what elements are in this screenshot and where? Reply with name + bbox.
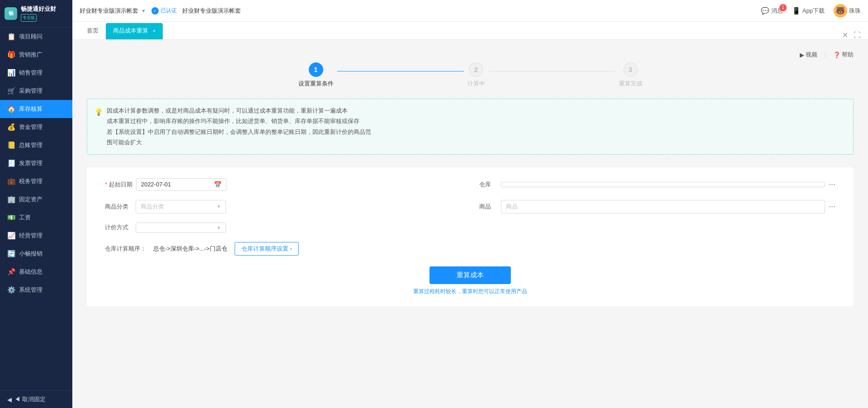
sidebar-item-purchase[interactable]: 🛒 采购管理 xyxy=(0,82,72,100)
stepper: 1 设置重算条件 2 计算中 3 重算完成 xyxy=(87,62,854,88)
pricing-label: 计价方式 xyxy=(105,223,132,232)
sidebar-item-label: 税务管理 xyxy=(19,177,42,185)
start-date-value: 2022-07-01 xyxy=(141,181,171,188)
start-date-input[interactable]: 2022-07-01 📅 xyxy=(136,178,226,191)
category-placeholder: 商品分类 xyxy=(141,203,164,211)
sidebar: 畅 畅捷通好业财 专业版 📋 项目顾问 🎁 营销推广 📊 销售管理 🛒 采购管理… xyxy=(0,0,72,408)
finance-icon: 💰 xyxy=(7,123,15,131)
sidebar-item-label: 基础信息 xyxy=(19,268,42,276)
sidebar-item-accounting[interactable]: 📒 总账管理 xyxy=(0,136,72,154)
product-field: 商品 商品 ··· xyxy=(479,200,835,213)
step-3-circle: 3 xyxy=(623,62,638,77)
help-links: ▶ 视频 | ❓ 帮助 xyxy=(87,51,854,59)
notice-box: 💡 因成本计算参数调整，或是对商品成本有疑问时，可以通过成本重算功能，重新计算一… xyxy=(87,99,854,155)
step-line-1-2 xyxy=(337,71,464,71)
category-select[interactable]: 商品分类 ▼ xyxy=(136,200,226,213)
tab-cost-recalc[interactable]: 商品成本重算 × xyxy=(106,23,163,39)
step-3-label: 重算完成 xyxy=(619,80,642,88)
accounting-icon: 📒 xyxy=(7,141,15,149)
warehouse-input[interactable] xyxy=(501,182,825,187)
sidebar-item-label: 工资 xyxy=(19,213,31,222)
sidebar-item-assets[interactable]: 🏢 固定资产 xyxy=(0,190,72,209)
warehouse-order-settings-btn[interactable]: 仓库计算顺序设置 › xyxy=(235,242,299,256)
sidebar-pin-toggle[interactable]: ◀ ◀ 取消固定 xyxy=(0,390,72,408)
warehouse-field: 仓库 ··· xyxy=(479,180,835,189)
sidebar-title: 畅捷通好业财 xyxy=(21,5,56,13)
help-link[interactable]: ❓ 帮助 xyxy=(833,51,854,59)
sidebar-item-label: 总账管理 xyxy=(19,141,42,149)
notice-icon: 💡 xyxy=(94,106,103,148)
sidebar-item-operation[interactable]: 📈 经营管理 xyxy=(0,227,72,245)
inventory-icon: 🏠 xyxy=(7,105,15,113)
tab-home-label: 首页 xyxy=(87,27,99,34)
sidebar-item-system[interactable]: ⚙️ 系统管理 xyxy=(0,281,72,299)
sidebar-nav: 📋 项目顾问 🎁 营销推广 📊 销售管理 🛒 采购管理 🏠 库存核算 💰 资金管… xyxy=(0,28,72,390)
sidebar-item-finance[interactable]: 💰 资金管理 xyxy=(0,118,72,136)
content-wrapper: ▶ 视频 | ❓ 帮助 1 设置重算条件 xyxy=(87,51,854,306)
sidebar-item-invoice[interactable]: 🧾 发票管理 xyxy=(0,154,72,172)
product-label: 商品 xyxy=(479,203,497,211)
pin-label: ◀ 取消固定 xyxy=(14,395,46,403)
sidebar-item-basic[interactable]: 📌 基础信息 xyxy=(0,263,72,281)
pricing-select[interactable]: ▼ xyxy=(136,223,226,233)
sidebar-item-salary[interactable]: 💵 工资 xyxy=(0,209,72,227)
required-star: * xyxy=(105,181,109,188)
expand-window-icon[interactable]: ⛶ xyxy=(854,31,861,39)
account-selector[interactable]: 好业财专业版演示帐套 ▼ xyxy=(80,7,146,15)
sidebar-item-label: 小畅报销 xyxy=(19,250,42,258)
step-2-label: 计算中 xyxy=(467,80,485,88)
sidebar-logo: 畅 xyxy=(5,7,17,20)
sidebar-brand: 畅捷通好业财 专业版 xyxy=(21,5,56,22)
sidebar-item-tax[interactable]: 💼 税务管理 xyxy=(0,172,72,190)
marketing-icon: 🎁 xyxy=(7,51,15,59)
close-window-icon[interactable]: ✕ xyxy=(842,31,848,39)
tab-home[interactable]: 首页 xyxy=(80,23,106,39)
product-more-btn[interactable]: ··· xyxy=(829,202,835,211)
sidebar-item-label: 发票管理 xyxy=(19,159,42,167)
product-input[interactable]: 商品 xyxy=(501,200,825,213)
step-line-2-3 xyxy=(489,71,615,71)
sidebar-item-sales[interactable]: 📊 销售管理 xyxy=(0,64,72,82)
expense-icon: 🔄 xyxy=(7,250,15,258)
step-2-num: 2 xyxy=(474,66,478,73)
tax-icon: 💼 xyxy=(7,177,15,185)
cert-badge: ✓ 已认证 xyxy=(151,7,177,14)
sidebar-item-marketing[interactable]: 🎁 营销推广 xyxy=(0,46,72,64)
step-3: 3 重算完成 xyxy=(619,62,642,88)
warehouse-more-btn[interactable]: ··· xyxy=(829,180,835,189)
sidebar-item-label: 固定资产 xyxy=(19,195,42,204)
tab-cost-recalc-label: 商品成本重算 xyxy=(113,27,148,34)
account-dropdown-icon: ▼ xyxy=(141,8,146,14)
form-row-2: 商品分类 商品分类 ▼ 商品 商品 ··· xyxy=(105,200,835,213)
topbar: 好业财专业版演示帐套 ▼ ✓ 已认证 好业财专业版演示帐套 💬 消息 1 📱 A… xyxy=(72,0,868,22)
sidebar-item-project[interactable]: 📋 项目顾问 xyxy=(0,28,72,46)
main-area: 好业财专业版演示帐套 ▼ ✓ 已认证 好业财专业版演示帐套 💬 消息 1 📱 A… xyxy=(72,0,868,408)
help-label: 帮助 xyxy=(842,51,854,59)
warehouse-label: 仓库 xyxy=(479,180,497,189)
form-row-1: * 起始日期 2022-07-01 📅 仓库 ··· xyxy=(105,178,835,191)
notice-line4: 围可能会扩大 xyxy=(107,137,371,147)
category-dropdown-icon: ▼ xyxy=(217,204,221,209)
recalculate-btn[interactable]: 重算成本 xyxy=(429,266,511,284)
operation-icon: 📈 xyxy=(7,232,15,240)
step-2: 2 计算中 xyxy=(467,62,485,88)
tab-close-icon[interactable]: × xyxy=(153,28,156,33)
video-link[interactable]: ▶ 视频 xyxy=(800,51,817,59)
user-profile[interactable]: 🐻 珠珠 xyxy=(834,4,861,18)
system-icon: ⚙️ xyxy=(7,286,15,294)
sidebar-item-inventory[interactable]: 🏠 库存核算 xyxy=(0,100,72,118)
message-badge: 1 xyxy=(779,4,787,11)
notice-line1: 因成本计算参数调整，或是对商品成本有疑问时，可以通过成本重算功能，重新计算一遍成… xyxy=(107,105,371,116)
invoice-icon: 🧾 xyxy=(7,159,15,167)
sidebar-item-label: 项目顾问 xyxy=(19,33,42,41)
category-field: 商品分类 商品分类 ▼ xyxy=(105,200,461,213)
app-download-action[interactable]: 📱 App下载 xyxy=(792,7,825,15)
account-name: 好业财专业版演示帐套 xyxy=(80,7,138,15)
form-row-3: 计价方式 ▼ xyxy=(105,223,835,233)
step-3-num: 3 xyxy=(629,66,632,73)
sidebar-item-label: 经营管理 xyxy=(19,232,42,240)
sidebar-item-expense[interactable]: 🔄 小畅报销 xyxy=(0,245,72,263)
pricing-dropdown-icon: ▼ xyxy=(217,225,221,230)
message-action[interactable]: 💬 消息 1 xyxy=(761,7,783,15)
phone-icon: 📱 xyxy=(792,7,801,15)
